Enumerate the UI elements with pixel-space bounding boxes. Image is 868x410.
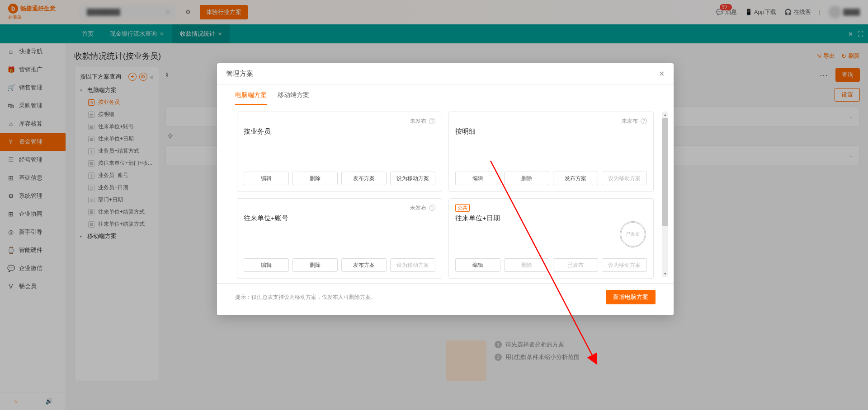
scheme-card-title: 往来单位+账号 — [244, 214, 435, 223]
info-icon[interactable]: ? — [429, 118, 435, 124]
delete-button[interactable]: 删除 — [292, 258, 338, 272]
edit-button[interactable]: 编辑 — [455, 258, 500, 272]
scheme-card: 未发布? 按明细 编辑 删除 发布方案 设为移动方案 — [448, 112, 654, 192]
manage-scheme-modal: 管理方案 ✕ 电脑端方案 移动端方案 未发布? 按业务员 编辑 删除 发布方案 … — [217, 63, 674, 315]
modal-hint: 提示：仅汇总表支持设为移动方案，仅发布人可删除方案。 — [235, 294, 376, 301]
set-mobile-button: 设为移动方案 — [602, 258, 647, 272]
info-icon[interactable]: ? — [641, 118, 647, 124]
status-unpublished: 未发布 — [410, 117, 426, 125]
published-button: 已发布 — [553, 258, 598, 272]
modal-tab-mobile[interactable]: 移动端方案 — [278, 91, 309, 105]
edit-button[interactable]: 编辑 — [244, 258, 289, 272]
status-unpublished: 未发布 — [410, 204, 426, 212]
add-pc-scheme-button[interactable]: 新增电脑方案 — [606, 290, 656, 304]
publish-button[interactable]: 发布方案 — [553, 172, 598, 185]
publish-button[interactable]: 发布方案 — [341, 172, 387, 185]
info-icon[interactable]: ? — [429, 205, 435, 211]
set-mobile-button: 设为移动方案 — [390, 258, 435, 272]
edit-button[interactable]: 编辑 — [244, 172, 289, 185]
publish-button[interactable]: 发布方案 — [341, 258, 387, 272]
public-tag: 公共 — [455, 204, 470, 212]
set-mobile-button[interactable]: 设为移动方案 — [390, 172, 435, 185]
edit-button[interactable]: 编辑 — [455, 172, 500, 185]
scheme-card-title: 按明细 — [455, 127, 647, 136]
modal-close-button[interactable]: ✕ — [659, 70, 665, 78]
modal-tab-pc[interactable]: 电脑端方案 — [235, 91, 267, 105]
published-stamp-icon: 已发布 — [620, 221, 646, 247]
scroll-down-icon[interactable]: ▾ — [662, 270, 668, 277]
scheme-card: 公共 往来单位+日期 已发布 编辑 删除 已发布 设为移动方案 — [448, 198, 654, 279]
scheme-card: 未发布? 往来单位+账号 编辑 删除 发布方案 设为移动方案 — [237, 198, 442, 279]
set-mobile-button: 设为移动方案 — [602, 172, 647, 185]
modal-title: 管理方案 — [226, 70, 253, 78]
delete-button: 删除 — [504, 258, 549, 272]
scheme-card-title: 往来单位+日期 — [455, 214, 647, 223]
scheme-card: 未发布? 按业务员 编辑 删除 发布方案 设为移动方案 — [237, 112, 442, 192]
delete-button[interactable]: 删除 — [504, 172, 549, 185]
status-unpublished: 未发布 — [622, 117, 638, 125]
scroll-thumb[interactable] — [662, 118, 668, 226]
scroll-up-icon[interactable]: ▴ — [662, 112, 668, 118]
scheme-card-title: 按业务员 — [244, 127, 435, 136]
scrollbar[interactable]: ▴ ▾ — [662, 112, 668, 277]
delete-button[interactable]: 删除 — [292, 172, 338, 185]
